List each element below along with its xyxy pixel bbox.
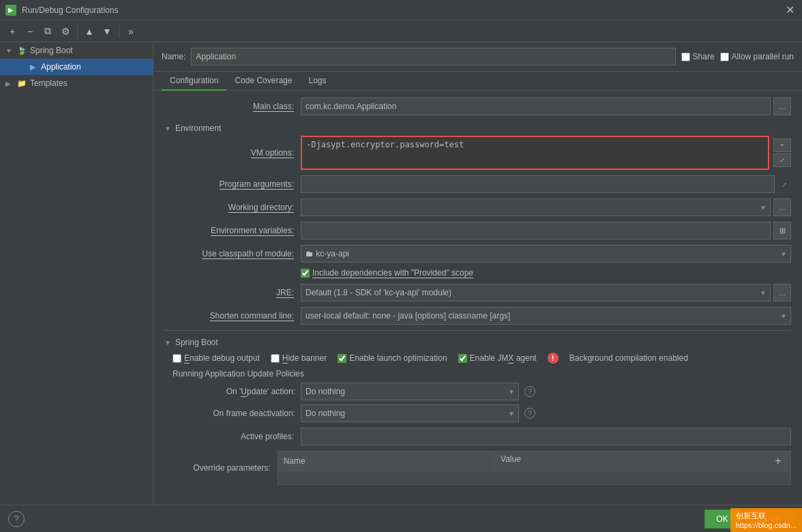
move-up-button[interactable]: ▲ [81, 23, 98, 40]
program-args-label: Program arguments: [164, 179, 301, 189]
move-down-button[interactable]: ▼ [99, 23, 115, 40]
working-dir-browse-button[interactable]: ... [773, 198, 791, 216]
name-input[interactable] [191, 48, 675, 65]
working-dir-dropdown[interactable] [301, 198, 771, 216]
copy-config-button[interactable]: ⧉ [40, 23, 56, 40]
vm-options-input[interactable]: -Djasypt.encryptor.password=test [301, 136, 769, 170]
env-vars-control: ⊞ [301, 222, 791, 239]
vm-options-more-button[interactable]: ⤢ [773, 153, 791, 167]
include-deps-offset: Include dependencies with "Provided" sco… [301, 268, 473, 278]
allow-parallel-checkbox-label[interactable]: Allow parallel run [720, 52, 794, 61]
tab-logs[interactable]: Logs [300, 72, 334, 91]
bottom-bar: ? OK Cancel [0, 505, 802, 532]
remove-config-button[interactable]: − [22, 23, 38, 40]
classpath-dropdown[interactable]: 🖿 kc-ya-api [301, 245, 791, 263]
allow-parallel-checkbox[interactable] [720, 53, 729, 61]
enable-debug-checkbox[interactable] [173, 354, 181, 363]
shorten-cmd-dropdown[interactable]: user-local default: none - java [options… [301, 307, 791, 325]
more-button[interactable]: » [123, 23, 139, 40]
active-profiles-input[interactable] [301, 428, 791, 445]
tree-expand-arrow: ▼ [5, 47, 14, 55]
hide-banner-checkbox[interactable] [271, 354, 280, 363]
jre-select: Default (1.8 - SDK of 'kc-ya-api' module… [301, 284, 771, 301]
title-bar-title: Run/Debug Configurations [22, 5, 777, 15]
active-profiles-label: Active profiles: [164, 432, 301, 441]
help-button[interactable]: ? [8, 511, 25, 527]
vm-options-row: VM options: -Djasypt.encryptor.password=… [164, 136, 791, 170]
settings-button[interactable]: ⚙ [57, 23, 74, 40]
vm-expand-button[interactable]: + [773, 138, 791, 152]
jre-control: Default (1.8 - SDK of 'kc-ya-api' module… [301, 284, 791, 301]
sidebar-item-templates[interactable]: ▶ 📁 Templates [0, 75, 153, 91]
enable-launch-label[interactable]: Enable launch optimization [338, 353, 447, 363]
active-profiles-row: Active profiles: [164, 428, 791, 445]
spring-boot-header: ▼ Spring Boot [164, 338, 791, 347]
enable-launch-text: Enable launch optimization [349, 353, 447, 363]
program-args-expand-button[interactable]: ⤢ [777, 175, 791, 193]
share-checkbox-label[interactable]: Share [681, 52, 715, 61]
enable-launch-checkbox[interactable] [338, 354, 346, 363]
name-col-header: Name [278, 452, 494, 471]
warning-icon: ! [548, 353, 559, 364]
hide-banner-text: Hide banner [282, 353, 327, 363]
tab-configuration[interactable]: Configuration [162, 72, 226, 91]
main-class-browse-button[interactable]: ... [773, 98, 791, 115]
include-deps-checkbox[interactable] [301, 269, 310, 278]
include-deps-label[interactable]: Include dependencies with "Provided" sco… [301, 268, 473, 278]
value-col-header: Value + [495, 452, 791, 471]
title-bar: ▶ Run/Debug Configurations ✕ [0, 0, 802, 20]
classpath-row: Use classpath of module: 🖿 kc-ya-api ▼ [164, 245, 791, 263]
tabs: Configuration Code Coverage Logs [153, 72, 802, 91]
sidebar: ▼ 🍃 Spring Boot ▶ Application ▶ 📁 Templa… [0, 42, 153, 505]
override-parameters-section: Override parameters: Name Value + [164, 451, 791, 485]
frame-deactivation-row: On frame deactivation: Do nothing Update… [173, 404, 791, 422]
share-checkbox[interactable] [681, 53, 690, 61]
working-dir-label: Working directory: [164, 203, 301, 212]
env-vars-browse-button[interactable]: ⊞ [773, 222, 791, 239]
env-vars-input[interactable] [301, 222, 771, 239]
update-action-dropdown[interactable]: Do nothing Update classes and resources … [301, 383, 519, 400]
program-args-input[interactable] [301, 175, 775, 193]
title-bar-icon: ▶ [5, 5, 16, 16]
main-class-input[interactable] [301, 98, 771, 115]
jre-row: JRE: Default (1.8 - SDK of 'kc-ya-api' m… [164, 284, 791, 301]
jre-label: JRE: [164, 288, 301, 297]
spring-checkboxes: Enable debug output Hide banner Enable l… [173, 353, 791, 364]
enable-jmx-checkbox[interactable] [458, 354, 467, 363]
frame-deactivation-dropdown[interactable]: Do nothing Update classes and resources … [301, 404, 519, 422]
shorten-cmd-control: user-local default: none - java [options… [301, 307, 791, 325]
enable-jmx-label[interactable]: Enable JMX agent [458, 353, 537, 363]
shorten-cmd-select: user-local default: none - java [options… [301, 307, 791, 325]
hide-banner-label[interactable]: Hide banner [271, 353, 327, 363]
classpath-control: 🖿 kc-ya-api ▼ [301, 245, 791, 263]
working-dir-row: Working directory: ▼ ... [164, 198, 791, 216]
policies-section: Running Application Update Policies On '… [173, 369, 791, 422]
include-deps-row: Include dependencies with "Provided" sco… [164, 268, 791, 278]
sidebar-springboot-label: Spring Boot [30, 46, 73, 55]
spring-toggle[interactable]: ▼ [164, 339, 171, 346]
environment-header: ▼ Environment [164, 121, 791, 136]
enable-debug-label[interactable]: Enable debug output [173, 353, 260, 363]
bg-compilation-text: Background compilation enabled [569, 353, 688, 363]
application-icon: ▶ [27, 61, 38, 72]
name-label: Name: [162, 52, 185, 61]
classpath-label: Use classpath of module: [164, 249, 301, 258]
vm-options-control: -Djasypt.encryptor.password=test + ⤢ [301, 136, 791, 170]
env-toggle[interactable]: ▼ [164, 125, 171, 132]
frame-deactivation-help-icon[interactable]: ? [524, 408, 535, 419]
add-config-button[interactable]: + [4, 23, 20, 40]
config-content: Main class: ... ▼ Environment VM options… [153, 91, 802, 505]
name-right-options: Share Allow parallel run [681, 52, 794, 61]
update-action-help-icon[interactable]: ? [524, 386, 535, 397]
jre-browse-button[interactable]: ... [773, 284, 791, 301]
templates-icon: 📁 [16, 78, 27, 89]
close-button[interactable]: ✕ [783, 3, 797, 16]
sidebar-item-application[interactable]: ▶ Application [0, 59, 153, 75]
program-args-control: ⤢ [301, 175, 791, 193]
add-override-button[interactable]: + [771, 454, 785, 468]
jre-dropdown[interactable]: Default (1.8 - SDK of 'kc-ya-api' module… [301, 284, 771, 301]
tab-code-coverage[interactable]: Code Coverage [226, 72, 300, 91]
update-action-label: On 'Update' action: [173, 387, 295, 396]
sidebar-item-springboot[interactable]: ▼ 🍃 Spring Boot [0, 42, 153, 59]
toolbar-sep1 [77, 25, 78, 38]
